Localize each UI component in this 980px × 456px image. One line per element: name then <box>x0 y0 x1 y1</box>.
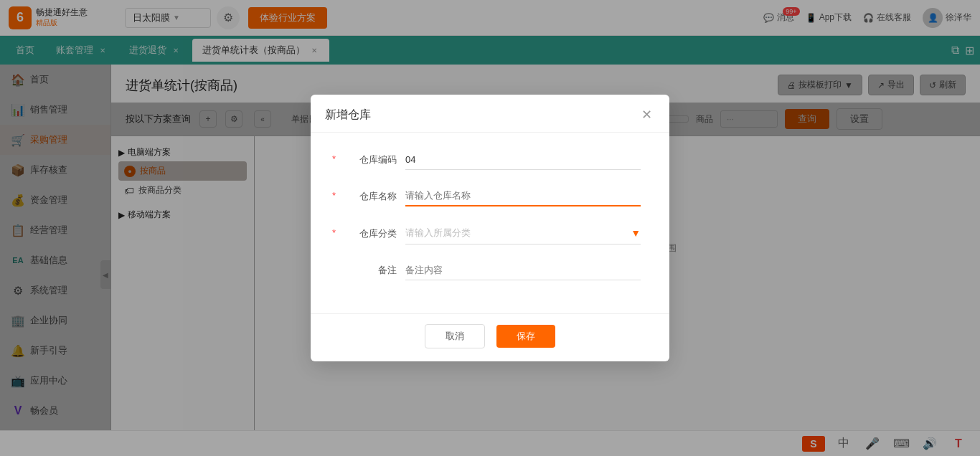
warehouse-name-field: 仓库名称 <box>339 186 641 206</box>
dialog-header: 新增仓库 ✕ <box>311 95 669 133</box>
save-button[interactable]: 保存 <box>496 325 555 348</box>
warehouse-category-field: 仓库分类 请输入所属分类 ▼ <box>339 222 641 244</box>
remark-label: 备注 <box>339 264 397 277</box>
warehouse-code-input[interactable] <box>405 150 641 170</box>
warehouse-category-label: 仓库分类 <box>339 227 397 240</box>
category-arrow-icon: ▼ <box>631 227 641 239</box>
overlay: 新增仓库 ✕ 仓库编码 仓库名称 仓库分类 请输入所属分类 ▼ <box>0 0 980 456</box>
category-placeholder: 请输入所属分类 <box>405 227 471 239</box>
dialog-footer: 取消 保存 <box>311 313 669 361</box>
warehouse-code-field: 仓库编码 <box>339 150 641 170</box>
dialog-close-button[interactable]: ✕ <box>638 106 655 123</box>
remark-input[interactable] <box>405 260 641 280</box>
warehouse-code-label: 仓库编码 <box>339 153 397 166</box>
remark-field: 备注 <box>339 260 641 280</box>
warehouse-name-input[interactable] <box>405 186 641 206</box>
cancel-button[interactable]: 取消 <box>425 324 485 348</box>
warehouse-category-select[interactable]: 请输入所属分类 ▼ <box>405 222 641 244</box>
dialog-body: 仓库编码 仓库名称 仓库分类 请输入所属分类 ▼ 备注 <box>311 133 669 313</box>
dialog-title: 新增仓库 <box>325 108 371 123</box>
warehouse-name-label: 仓库名称 <box>339 190 397 203</box>
new-warehouse-dialog: 新增仓库 ✕ 仓库编码 仓库名称 仓库分类 请输入所属分类 ▼ <box>311 95 669 361</box>
